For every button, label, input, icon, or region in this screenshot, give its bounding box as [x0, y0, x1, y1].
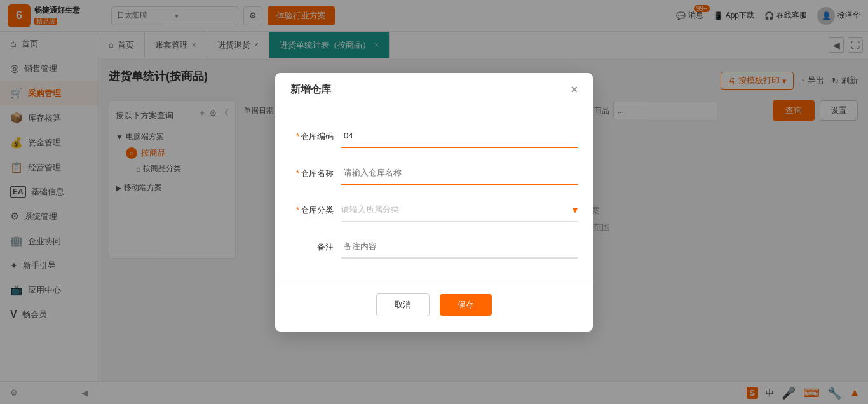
name-field [341, 162, 578, 185]
code-label: 仓库编码 [290, 131, 341, 142]
code-input[interactable] [341, 125, 578, 148]
category-label: 仓库分类 [290, 205, 341, 216]
modal-header: 新增仓库 × [275, 73, 593, 107]
modal-overlay: 新增仓库 × 仓库编码 仓库名称 仓库分类 [0, 0, 868, 404]
modal-close-button[interactable]: × [571, 83, 578, 97]
form-row-code: 仓库编码 [290, 125, 578, 148]
add-warehouse-modal: 新增仓库 × 仓库编码 仓库名称 仓库分类 [275, 73, 593, 332]
category-field: 请输入所属分类 ▾ [341, 199, 578, 222]
category-select[interactable]: 请输入所属分类 ▾ [341, 199, 578, 222]
modal-title: 新增仓库 [290, 83, 331, 97]
modal-footer: 取消 保存 [275, 283, 593, 332]
form-row-name: 仓库名称 [290, 162, 578, 185]
category-placeholder: 请输入所属分类 [341, 204, 399, 215]
remark-label: 备注 [290, 241, 341, 253]
remark-input[interactable] [341, 236, 578, 259]
modal-body: 仓库编码 仓库名称 仓库分类 请输入所属分类 ▾ [275, 107, 593, 283]
remark-field [341, 236, 578, 259]
form-row-category: 仓库分类 请输入所属分类 ▾ [290, 199, 578, 222]
cancel-button[interactable]: 取消 [376, 293, 430, 316]
code-field [341, 125, 578, 148]
name-label: 仓库名称 [290, 168, 341, 179]
save-button[interactable]: 保存 [440, 294, 492, 316]
form-row-remark: 备注 [290, 236, 578, 259]
name-input[interactable] [341, 162, 578, 185]
category-arrow-icon: ▾ [573, 204, 578, 216]
